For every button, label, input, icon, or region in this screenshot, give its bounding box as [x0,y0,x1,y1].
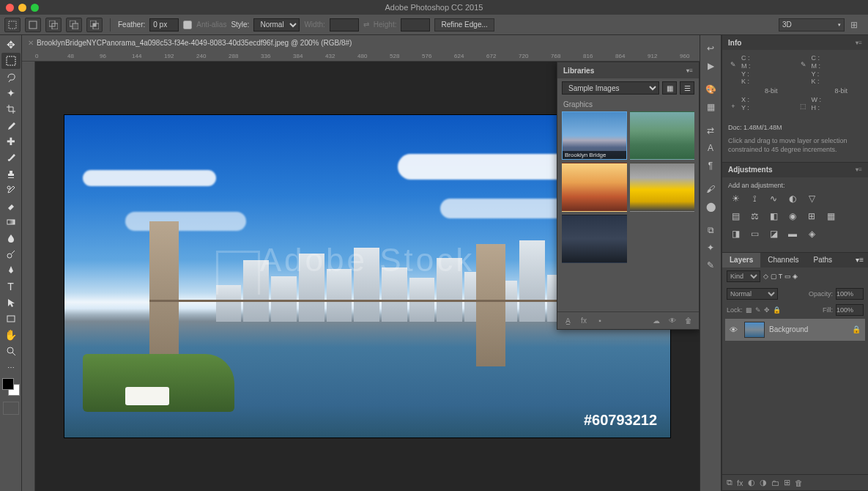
window-minimize-button[interactable] [18,4,26,12]
posterize-icon[interactable]: ▭ [747,227,762,240]
hue-sat-icon[interactable]: ▤ [728,210,743,223]
path-select-tool[interactable] [1,295,21,311]
navigator-panel-icon[interactable]: ✦ [702,240,719,256]
brush-presets-icon[interactable]: ⬤ [702,199,719,215]
library-item[interactable] [562,215,627,263]
add-fill-icon[interactable]: ▪ [594,317,606,325]
crop-tool[interactable] [1,101,21,117]
layer-visibility-icon[interactable]: 👁 [730,325,740,334]
vibrance-icon[interactable]: ▽ [804,192,819,205]
layers-tab[interactable]: Layers [722,253,760,267]
new-layer-icon[interactable]: ⊞ [784,478,790,487]
dodge-tool[interactable] [1,246,21,262]
tool-preset-icon[interactable] [4,18,21,32]
shape-tool[interactable] [1,311,21,327]
pen-tool[interactable] [1,262,21,278]
info-panel-tab[interactable]: Info▾≡ [722,35,868,50]
color-panel-icon[interactable]: 🎨 [702,81,719,97]
threshold-icon[interactable]: ◪ [766,227,781,240]
layer-mask-icon[interactable]: ◐ [748,478,755,487]
adjustments-panel-tab[interactable]: Adjustments▾≡ [722,163,868,177]
layer-group-icon[interactable]: 🗀 [771,479,779,487]
color-balance-icon[interactable]: ⚖ [747,210,762,223]
photo-filter-icon[interactable]: ◉ [785,210,800,223]
exposure-icon[interactable]: ◐ [785,192,800,205]
library-item-brooklyn-bridge[interactable]: Brooklyn Bridge [562,111,627,160]
stamp-tool[interactable] [1,166,21,182]
layer-fx-icon[interactable]: fx [737,479,743,487]
workspace-switcher[interactable]: 3D▾ [779,18,845,32]
selective-color-icon[interactable]: ◈ [804,227,819,240]
curves-icon[interactable]: ∿ [766,192,781,205]
marquee-intersect-icon[interactable] [86,18,103,32]
lock-position-icon[interactable]: ✥ [764,306,770,314]
gradient-tool[interactable] [1,214,21,230]
character-panel-icon[interactable]: A [702,140,719,156]
move-tool[interactable]: ✥ [1,37,21,53]
window-close-button[interactable] [6,4,14,12]
color-lookup-icon[interactable]: ▦ [823,210,838,223]
blur-tool[interactable] [1,230,21,246]
marquee-new-icon[interactable] [25,18,41,32]
layer-thumbnail[interactable] [744,322,765,338]
edit-toolbar[interactable]: ⋯ [1,359,21,375]
link-layers-icon[interactable]: ⧉ [727,478,732,487]
lasso-tool[interactable] [1,69,21,85]
add-character-style-icon[interactable]: A̲ [562,317,574,325]
libraries-tab[interactable]: Libraries ▾≡ [557,62,699,78]
gradient-map-icon[interactable]: ▬ [785,227,800,240]
style-select[interactable]: Normal [253,18,300,32]
search-icon[interactable]: ⊞ [850,20,858,30]
paragraph-panel-icon[interactable]: ¶ [702,158,719,174]
library-select[interactable]: Sample Images [562,81,659,95]
swatches-panel-icon[interactable]: ▦ [702,99,719,115]
properties-panel-icon[interactable]: ⇄ [702,122,719,139]
lock-all-icon[interactable]: 🔒 [773,306,781,314]
window-zoom-button[interactable] [31,4,39,12]
levels-icon[interactable]: ⟟ [747,192,762,205]
brightness-contrast-icon[interactable]: ☀ [728,192,743,205]
lock-pixels-icon[interactable]: ▩ [746,306,752,314]
document-tab[interactable]: ✕ BrooklynBridgeNYCPanorama_4a098c53-f34… [22,35,700,50]
styles-panel-icon[interactable]: ✎ [702,257,719,273]
channels-tab[interactable]: Channels [760,253,806,267]
libraries-sync-icon[interactable]: 👁 [667,317,678,325]
fill-adjustment-icon[interactable]: ◑ [760,478,767,487]
eraser-tool[interactable] [1,198,21,214]
paths-tab[interactable]: Paths [806,253,840,267]
bw-icon[interactable]: ◧ [766,210,781,223]
invert-icon[interactable]: ◨ [728,227,743,240]
layers-menu-icon[interactable]: ▾≡ [851,256,868,264]
grid-view-icon[interactable]: ▦ [662,81,677,95]
wand-tool[interactable]: ✦ [1,85,21,101]
feather-input[interactable] [149,18,179,32]
add-layer-style-icon[interactable]: fx [578,317,590,325]
zoom-tool[interactable] [1,343,21,359]
marquee-add-icon[interactable] [45,18,62,32]
library-item[interactable] [630,163,695,211]
fill-input[interactable] [836,304,864,316]
color-swatches[interactable] [2,378,20,396]
brush-panel-icon[interactable]: 🖌 [702,181,719,197]
lock-brush-icon[interactable]: ✎ [755,306,761,314]
library-item[interactable] [562,163,627,211]
panel-menu-icon[interactable]: ▾≡ [686,67,693,74]
libraries-trash-icon[interactable]: 🗑 [683,317,694,325]
marquee-tool[interactable] [1,53,21,69]
foreground-color-swatch[interactable] [2,378,14,390]
history-brush-tool[interactable] [1,182,21,198]
list-view-icon[interactable]: ☰ [680,81,694,95]
type-tool[interactable]: T [1,278,21,295]
channel-mixer-icon[interactable]: ⊞ [804,210,819,223]
eyedropper-tool[interactable] [1,117,21,133]
refine-edge-button[interactable]: Refine Edge... [434,18,494,32]
layer-kind-filter[interactable]: Kind [727,270,760,282]
history-panel-icon[interactable]: ↩ [702,40,719,56]
layer-row-background[interactable]: 👁 Background 🔒 [725,319,865,341]
hand-tool[interactable]: ✋ [1,327,21,343]
clone-source-icon[interactable]: ⧉ [702,222,719,238]
actions-panel-icon[interactable]: ▶ [702,58,719,74]
quick-mask-toggle[interactable] [3,402,19,415]
brush-tool[interactable] [1,149,21,166]
libraries-cloud-icon[interactable]: ☁ [650,317,662,325]
